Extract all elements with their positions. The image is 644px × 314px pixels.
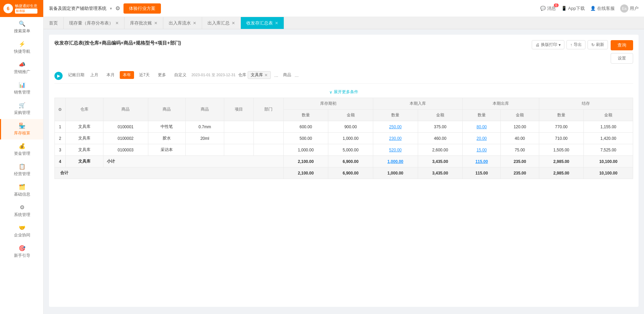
message-button[interactable]: 💬 消息 6: [540, 5, 556, 12]
app-download-button[interactable]: 📱 App下载: [561, 5, 585, 12]
online-service-button[interactable]: 👤 在线客服: [590, 5, 615, 12]
service-icon: 👤: [590, 6, 596, 11]
cell-open-amt: 900.00: [328, 121, 373, 133]
cell-out-qty[interactable]: 15.00: [463, 144, 501, 156]
tab-home[interactable]: 首页: [44, 17, 64, 29]
filter-custom[interactable]: 自定义: [171, 71, 189, 79]
sidebar-item-sales[interactable]: 📊销售管理: [0, 78, 43, 99]
cell-open-amt: 1,000.00: [328, 133, 373, 144]
query-button[interactable]: 查询: [611, 40, 633, 50]
warehouse-tag-close[interactable]: ✕: [264, 73, 268, 78]
cell-dept: [254, 133, 284, 144]
setting-button[interactable]: 设置: [611, 53, 633, 64]
tab-batch[interactable]: 库存批次账✕: [125, 17, 163, 29]
cell-in-amt: 375.00: [418, 121, 463, 133]
cell-code: 0100002: [103, 133, 148, 144]
nav-icon-base: 🗂️: [19, 184, 26, 190]
cell-in-qty[interactable]: 250.00: [373, 121, 418, 133]
expand-button[interactable]: ∨ 展开更多条件: [329, 89, 358, 95]
table-header-top: ⚙ 仓库 商品 商品 商品 项目 部门 库存期初 本期入库 本期出库 结存: [55, 98, 633, 110]
cell-name: 胶水: [148, 133, 186, 144]
refresh-button[interactable]: ↻ 刷新: [588, 40, 608, 49]
tab-close-inout_flow[interactable]: ✕: [193, 21, 196, 26]
tab-close-batch[interactable]: ✕: [154, 21, 158, 26]
cell-code: 0100001: [103, 121, 148, 133]
cell-out-qty[interactable]: 80.00: [463, 121, 501, 133]
print-button[interactable]: 🖨 换版打印 ▾: [532, 40, 564, 49]
tab-inout_summary[interactable]: 出入库汇总✕: [202, 17, 241, 29]
th-settings: ⚙: [55, 98, 66, 121]
sub-label: 小计: [103, 156, 283, 167]
filter-7days[interactable]: 近7天: [136, 71, 153, 79]
nav-label-search: 搜索菜单: [14, 28, 30, 34]
filter-bar: ▶ 记账日期 上月 本月 本年 近7天 更多 自定义 2023-01-01 至 …: [54, 68, 633, 84]
tab-receive_summary[interactable]: 收发存汇总表✕: [241, 17, 284, 29]
tab-label-receive_summary: 收发存汇总表: [246, 20, 273, 26]
tab-inout_flow[interactable]: 出入库流水✕: [163, 17, 202, 29]
table-wrapper: ⚙ 仓库 商品 商品 商品 项目 部门 库存期初 本期入库 本期出库 结存 数量: [54, 98, 633, 179]
tab-close-inout_summary[interactable]: ✕: [232, 21, 235, 26]
sub-out-qty[interactable]: 115.00: [463, 156, 501, 167]
th-out-stock: 本期出库: [463, 98, 539, 110]
filter-last-month[interactable]: 上月: [87, 71, 101, 79]
th-close-amt: 金额: [584, 110, 633, 121]
total-row: 合计 2,100.00 6,900.00 1,000.00 3,435.00 1…: [55, 167, 633, 179]
cell-in-qty[interactable]: 520.00: [373, 144, 418, 156]
filter-this-year[interactable]: 本年: [120, 71, 134, 79]
message-icon: 💬: [540, 6, 546, 11]
total-in-amt: 3,435.00: [418, 167, 463, 179]
cell-out-qty[interactable]: 20.00: [463, 133, 501, 144]
user-avatar: Ea: [620, 4, 628, 13]
export-icon: ↑: [570, 43, 572, 47]
warehouse-tag-value: 文具库: [251, 72, 263, 78]
nav-label-quick: 快捷导航: [14, 49, 30, 54]
filter-toggle[interactable]: ▶: [54, 72, 63, 80]
cell-no: 2: [55, 133, 66, 144]
sidebar-item-operation[interactable]: 📋经营管理: [0, 160, 43, 180]
cell-in-qty[interactable]: 230.00: [373, 133, 418, 144]
nav-icon-quick: ⚡: [19, 41, 26, 47]
tab-label-inventory_dist: 现存量（库存分布表）: [69, 20, 113, 26]
sidebar-item-marketing[interactable]: 📣营销推广: [0, 58, 43, 78]
user-menu[interactable]: Ea 用户: [620, 4, 639, 13]
sidebar-item-inventory[interactable]: 🏪库存核算: [0, 119, 43, 139]
sub-no: 4: [55, 156, 66, 167]
total-close-qty: 2,985.00: [539, 167, 584, 179]
sub-in-qty[interactable]: 1,000.00: [373, 156, 418, 167]
sidebar-item-finance[interactable]: 💰资金管理: [0, 139, 43, 160]
phone-icon: 📱: [561, 6, 567, 11]
sidebar-nav: 🔍搜索菜单⚡快捷导航📣营销推广📊销售管理🛒采购管理🏪库存核算💰资金管理📋经营管理…: [0, 17, 43, 314]
th-project: 项目: [224, 98, 254, 121]
filter-this-month[interactable]: 本月: [103, 71, 118, 79]
warehouse-more[interactable]: ...: [272, 72, 280, 79]
sub-close-amt: 10,100.00: [584, 156, 633, 167]
tab-inventory_dist[interactable]: 现存量（库存分布表）✕: [64, 17, 125, 29]
cell-close-qty: 1,505.00: [539, 144, 584, 156]
export-button[interactable]: ↑ 导出: [566, 40, 585, 49]
goods-more[interactable]: ...: [293, 72, 301, 79]
tab-close-inventory_dist[interactable]: ✕: [115, 21, 119, 26]
cta-button[interactable]: 体验行业方案: [123, 3, 161, 14]
sidebar-item-system[interactable]: ⚙系统管理: [0, 201, 43, 221]
settings-icon[interactable]: ⚙: [115, 5, 120, 12]
th-warehouse: 仓库: [66, 98, 103, 121]
cell-code: 0100003: [103, 144, 148, 156]
sidebar-item-quick[interactable]: ⚡快捷导航: [0, 37, 43, 58]
sidebar-item-search[interactable]: 🔍搜索菜单: [0, 17, 43, 37]
sidebar: 6 畅捷通好生意 标准版 🔍搜索菜单⚡快捷导航📣营销推广📊销售管理🛒采购管理🏪库…: [0, 0, 44, 314]
app-download-label: App下载: [568, 5, 585, 12]
sidebar-item-newbie[interactable]: 🎯新手引导: [0, 242, 43, 262]
sidebar-item-base[interactable]: 🗂️基础信息: [0, 180, 43, 201]
sidebar-item-purchase[interactable]: 🛒采购管理: [0, 99, 43, 119]
filter-more-dates[interactable]: 更多: [155, 71, 169, 79]
cell-open-qty: 500.00: [283, 133, 328, 144]
sidebar-logo: 6 畅捷通好生意 标准版: [0, 0, 43, 17]
nav-icon-sales: 📊: [19, 82, 26, 88]
table-row: 3 文具库 0100003 采访本 1,000.00 5,000.00 520.…: [55, 144, 633, 156]
tab-close-receive_summary[interactable]: ✕: [275, 21, 278, 26]
sidebar-item-enterprise[interactable]: 🤝企业协同: [0, 221, 43, 242]
total-label: 合计: [55, 167, 284, 179]
nav-label-system: 系统管理: [14, 212, 30, 218]
th-code: 商品: [103, 98, 148, 121]
warehouse-label: 仓库: [238, 72, 246, 78]
